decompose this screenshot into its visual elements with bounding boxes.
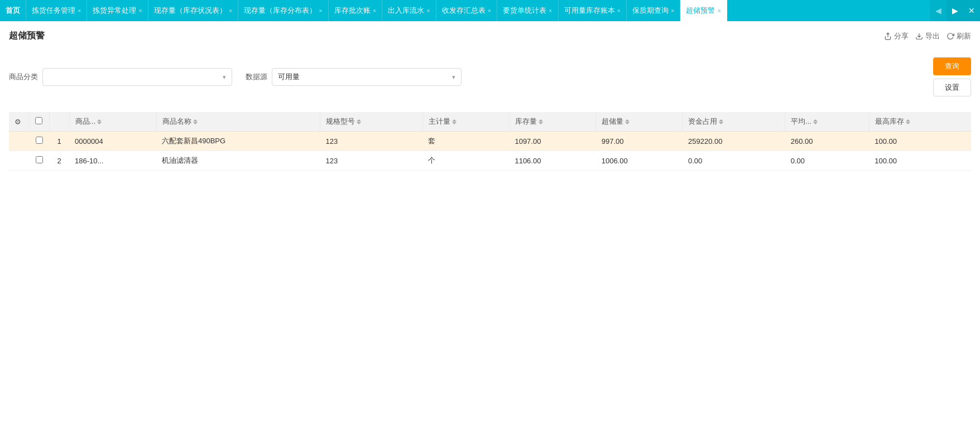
- close-icon[interactable]: ×: [617, 7, 621, 14]
- top-nav: 首页 拣货任务管理 × 拣货异常处理 × 现存量（库存状况表） × 现存量（库存…: [0, 0, 980, 21]
- category-select[interactable]: ▾: [42, 68, 232, 86]
- col-max-stock-sort: 最高库存: [875, 117, 910, 127]
- data-table: ⚙ 商品... 商品名称: [9, 112, 971, 171]
- nav-item-inout-flow[interactable]: 出入库流水 ×: [382, 0, 436, 21]
- nav-item-home[interactable]: 首页: [0, 0, 26, 21]
- close-icon[interactable]: ×: [373, 7, 376, 14]
- sort-icon: [539, 119, 543, 124]
- row-stock: 1106.00: [509, 151, 595, 171]
- sort-icon: [193, 119, 198, 124]
- filter-category: 商品分类 ▾: [9, 68, 232, 86]
- row-spec: 123: [320, 151, 422, 171]
- row-name: 六配套新昌490BPG: [156, 132, 320, 151]
- settings-button[interactable]: 设置: [933, 79, 971, 96]
- col-unit-sort: 主计量: [429, 117, 457, 127]
- row-avg: 260.00: [785, 132, 869, 151]
- nav-item-collect[interactable]: 收发存汇总表 ×: [436, 0, 497, 21]
- sort-icon: [625, 119, 630, 124]
- nav-item-overstock[interactable]: 超储预警 ×: [680, 0, 727, 21]
- row-capital: 0.00: [683, 151, 785, 171]
- close-icon[interactable]: ×: [426, 7, 430, 14]
- refresh-button[interactable]: 刷新: [947, 31, 971, 41]
- close-icon[interactable]: ×: [488, 7, 491, 14]
- nav-arrow-close[interactable]: ✕: [963, 0, 980, 21]
- col-stock[interactable]: 库存量: [509, 112, 595, 132]
- col-overstock[interactable]: 超储量: [596, 112, 683, 132]
- nav-item-available[interactable]: 可用量库存账本 ×: [559, 0, 627, 21]
- col-avg-sort: 平均...: [791, 117, 818, 127]
- page-actions: 分享 导出 刷新: [884, 31, 971, 41]
- row-code: 0000004: [69, 132, 156, 151]
- page-container: 超储预警 分享 导出 刷新 商品: [0, 21, 980, 446]
- refresh-icon: [947, 32, 954, 40]
- col-avg[interactable]: 平均...: [785, 112, 869, 132]
- nav-item-inventory-status[interactable]: 现存量（库存状况表） ×: [148, 0, 238, 21]
- nav-item-order-stat[interactable]: 要货单统计表 ×: [497, 0, 558, 21]
- close-icon[interactable]: ×: [671, 7, 674, 14]
- close-icon[interactable]: ×: [78, 7, 81, 14]
- row-overstock: 1006.00: [596, 151, 683, 171]
- nav-item-expiry[interactable]: 保质期查询 ×: [627, 0, 680, 21]
- nav-item-task-mgmt[interactable]: 拣货任务管理 ×: [26, 0, 87, 21]
- col-spec[interactable]: 规格型号: [320, 112, 422, 132]
- close-icon[interactable]: ×: [138, 7, 142, 14]
- nav-arrow-right[interactable]: ▶: [947, 0, 963, 21]
- col-name[interactable]: 商品名称: [156, 112, 320, 132]
- row-select-checkbox[interactable]: [36, 137, 43, 144]
- nav-item-abnormal[interactable]: 拣货异常处理 ×: [87, 0, 148, 21]
- nav-inv-dist-label: 现存量（库存分布表）: [244, 6, 316, 16]
- nav-inv-status-label: 现存量（库存状况表）: [154, 6, 227, 16]
- nav-batch-label: 库存批次账: [334, 6, 371, 16]
- row-capital: 259220.00: [683, 132, 785, 151]
- export-icon: [915, 32, 923, 40]
- row-index: 1: [49, 132, 69, 151]
- table-header-row: ⚙ 商品... 商品名称: [9, 112, 971, 132]
- close-icon[interactable]: ×: [319, 7, 322, 14]
- select-all-checkbox[interactable]: [35, 117, 42, 124]
- datasource-label: 数据源: [246, 72, 267, 82]
- gear-icon[interactable]: ⚙: [15, 118, 21, 126]
- row-code: 186-10...: [69, 151, 156, 171]
- col-code-sort: 商品...: [75, 117, 102, 127]
- row-unit: 套: [422, 132, 509, 151]
- category-label: 商品分类: [9, 72, 38, 82]
- close-icon[interactable]: ×: [229, 7, 232, 14]
- query-button[interactable]: 查询: [933, 57, 971, 75]
- table-body: 1 0000004 六配套新昌490BPG 123 套 1097.00 997.…: [9, 132, 971, 171]
- sort-icon: [906, 119, 910, 124]
- refresh-label: 刷新: [957, 31, 971, 41]
- nav-item-batch[interactable]: 库存批次账 ×: [329, 0, 382, 21]
- row-name: 机油滤清器: [156, 151, 320, 171]
- sort-icon: [357, 119, 361, 124]
- nav-avail-label: 可用量库存账本: [564, 6, 615, 16]
- share-button[interactable]: 分享: [884, 31, 909, 41]
- table-row[interactable]: 1 0000004 六配套新昌490BPG 123 套 1097.00 997.…: [9, 132, 971, 151]
- close-icon[interactable]: ×: [717, 7, 720, 14]
- nav-item-inventory-dist[interactable]: 现存量（库存分布表） ×: [238, 0, 328, 21]
- row-checkbox[interactable]: [29, 151, 49, 171]
- row-index: 2: [49, 151, 69, 171]
- col-code[interactable]: 商品...: [69, 112, 156, 132]
- sort-icon: [813, 119, 818, 124]
- row-select-checkbox[interactable]: [36, 156, 43, 163]
- sort-icon: [719, 119, 723, 124]
- row-checkbox[interactable]: [29, 132, 49, 151]
- nav-expiry-label: 保质期查询: [632, 6, 669, 16]
- col-spec-sort: 规格型号: [326, 117, 361, 127]
- col-checkbox: [29, 112, 49, 132]
- col-index: [49, 112, 69, 132]
- datasource-select[interactable]: 可用量 ▾: [272, 68, 462, 86]
- nav-arrow-left[interactable]: ◀: [930, 0, 947, 21]
- filter-buttons: 查询 设置: [933, 57, 971, 96]
- export-button[interactable]: 导出: [915, 31, 940, 41]
- col-max-stock[interactable]: 最高库存: [869, 112, 971, 132]
- col-capital-sort: 资金占用: [688, 117, 723, 127]
- row-avg: 0.00: [785, 151, 869, 171]
- chevron-down-icon: ▾: [452, 74, 455, 81]
- col-unit[interactable]: 主计量: [422, 112, 509, 132]
- sort-icon: [452, 119, 457, 124]
- col-capital[interactable]: 资金占用: [683, 112, 785, 132]
- filter-row: 商品分类 ▾ 数据源 可用量 ▾ 查询 设置: [9, 51, 971, 103]
- close-icon[interactable]: ×: [549, 7, 552, 14]
- table-row[interactable]: 2 186-10... 机油滤清器 123 个 1106.00 1006.00 …: [9, 151, 971, 171]
